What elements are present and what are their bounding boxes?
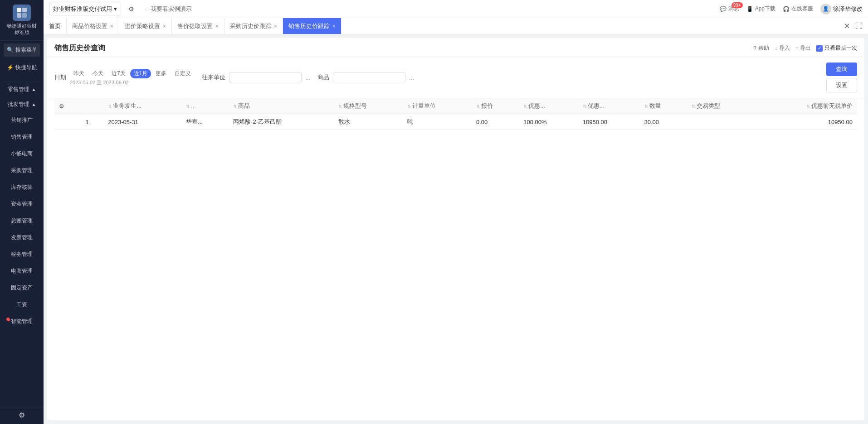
table-header: ⚙ ⇅ 业务发生... ⇅ ...: [54, 98, 857, 114]
sidebar-item-finance[interactable]: 资金管理: [0, 196, 44, 212]
sidebar-item-general-ledger[interactable]: 总账管理: [0, 212, 44, 229]
data-table: ⚙ ⇅ 业务发生... ⇅ ...: [54, 98, 857, 130]
th-discount-amount-label: 优惠...: [588, 102, 605, 110]
sidebar-gear-button[interactable]: ⚙: [0, 406, 44, 424]
import-link[interactable]: ↓ 导入: [775, 44, 790, 52]
th-col3[interactable]: ⇅ ...: [181, 98, 229, 114]
th-gear[interactable]: ⚙: [54, 98, 81, 114]
product-input[interactable]: [333, 72, 405, 83]
export-link[interactable]: ↑ 导出: [795, 44, 811, 52]
sidebar-logo[interactable]: 畅捷通好业财 标准版: [0, 0, 44, 41]
sidebar-item-payroll[interactable]: 工资: [0, 296, 44, 313]
th-business-date-label: 业务发生...: [113, 102, 141, 110]
only-last-checkbox[interactable]: ✓ 只看最后一次: [816, 44, 857, 52]
import-icon: ↓: [775, 45, 777, 52]
message-badge: 99+: [731, 2, 743, 8]
sidebar-item-purchase[interactable]: 采购管理: [0, 162, 44, 179]
tab-home[interactable]: 首页: [44, 18, 67, 34]
date-btn-last1month[interactable]: 近1月: [130, 69, 151, 78]
topbar-gear-button[interactable]: ⚙: [125, 4, 138, 14]
td-row-checkbox[interactable]: [54, 114, 81, 130]
tab-home-label: 首页: [49, 22, 61, 30]
filter-settings-button[interactable]: 设置: [826, 78, 857, 92]
tab-expand-button[interactable]: ⛶: [853, 21, 864, 31]
sidebar-item-ecommerce[interactable]: 电商管理: [0, 263, 44, 279]
th-discount-rate[interactable]: ⇅ 优惠...: [519, 98, 578, 114]
sidebar-item-retail[interactable]: 零售管理 ▲: [0, 82, 44, 97]
tab-price-settings[interactable]: 商品价格设置 ×: [67, 18, 119, 34]
tab-purchase-strategy-close[interactable]: ×: [163, 23, 166, 29]
online-service-button[interactable]: 🎧 在线客服: [783, 5, 813, 13]
th-discount-amount[interactable]: ⇅ 优惠...: [578, 98, 640, 114]
date-btn-today[interactable]: 今天: [89, 69, 107, 78]
topbar-right: 💬 消息 99+ 📱 App下载 🎧 在线客服 👤 徐泽华修改: [720, 4, 863, 14]
main-area: 好业财标准版交付试用 ▾ ⚙ ○ 我要看实例演示 💬 消息 99+ 📱 App下…: [44, 0, 868, 424]
help-link[interactable]: ? 帮助: [753, 44, 769, 52]
th-spec[interactable]: ⇅ 规格型号: [334, 98, 403, 114]
date-filter-label: 日期: [54, 73, 66, 82]
date-btn-more[interactable]: 更多: [152, 69, 170, 78]
topbar: 好业财标准版交付试用 ▾ ⚙ ○ 我要看实例演示 💬 消息 99+ 📱 App下…: [44, 0, 868, 18]
th-transaction-type[interactable]: ⇅ 交易类型: [687, 98, 756, 114]
sidebar-item-sales[interactable]: 销售管理: [0, 129, 44, 145]
tab-price-settings-close[interactable]: ×: [110, 23, 113, 29]
sidebar-item-marketing[interactable]: 营销推广: [0, 112, 44, 129]
sidebar-item-sales-label: 销售管理: [11, 133, 33, 141]
date-btn-custom[interactable]: 自定义: [171, 69, 195, 78]
sidebar-item-fixed-assets[interactable]: 固定资产: [0, 279, 44, 296]
quick-nav-label: 快捷导航: [15, 64, 37, 72]
tab-purchase-history-close[interactable]: ×: [274, 23, 277, 29]
date-btn-yesterday[interactable]: 昨天: [70, 69, 88, 78]
date-range-display: 2023-05-02 至 2023-06-02: [70, 79, 195, 86]
th-pretax-price[interactable]: ⇅ 优惠前无税单价: [756, 98, 857, 114]
filter-area: 日期 昨天 今天 近7天 近1月 更多 自定义 2023-05-02 至 202…: [47, 57, 864, 98]
sidebar-item-wholesale[interactable]: 批发管理 ▲: [0, 97, 44, 112]
query-button[interactable]: 查询: [826, 63, 857, 76]
tab-close-window-button[interactable]: ✕: [842, 21, 852, 31]
sidebar-item-ecommerce-small[interactable]: 小畅电商: [0, 145, 44, 162]
sidebar-item-inventory[interactable]: 库存核算: [0, 179, 44, 196]
sort-icon-transaction-type: ⇅: [692, 104, 695, 109]
page-actions: ? 帮助 ↓ 导入 ↑ 导出 ✓ 只看最后一次: [753, 44, 857, 52]
tab-price-extract[interactable]: 售价提取设置 ×: [172, 18, 224, 34]
sidebar-item-smart[interactable]: 智能管理: [0, 313, 44, 330]
th-pretax-price-label: 优惠前无税单价: [811, 102, 853, 110]
sidebar-item-tax-label: 税务管理: [11, 251, 33, 258]
tab-purchase-strategy[interactable]: 进价策略设置 ×: [119, 18, 172, 34]
user-profile-button[interactable]: 👤 徐泽华修改: [820, 4, 863, 14]
td-discount-rate: 100.00%: [519, 114, 578, 130]
supplier-dots-button[interactable]: ...: [305, 74, 310, 81]
td-pretax-price: 10950.00: [756, 114, 857, 130]
product-dots-button[interactable]: ...: [409, 74, 414, 81]
th-unit[interactable]: ⇅ 计量单位: [403, 98, 472, 114]
topbar-dropdown-arrow: ▾: [114, 5, 117, 12]
topbar-version-dropdown[interactable]: 好业财标准版交付试用 ▾: [49, 3, 121, 15]
message-icon: 💬: [720, 6, 727, 12]
quick-nav-button[interactable]: ⚡ 快捷导航: [4, 60, 40, 75]
sidebar-item-inventory-label: 库存核算: [11, 183, 33, 191]
th-price[interactable]: ⇅ 报价: [472, 98, 519, 114]
th-spec-label: 规格型号: [343, 102, 367, 110]
sidebar-nav-section: ⚡ 快捷导航: [0, 59, 44, 78]
sidebar-search-section: 🔍 搜索菜单: [0, 41, 44, 59]
tab-sales-history[interactable]: 销售历史价跟踪 ×: [283, 18, 341, 34]
only-last-label: 只看最后一次: [824, 44, 857, 52]
tab-sales-history-close[interactable]: ×: [332, 23, 336, 29]
topbar-demo-button[interactable]: ○ 我要看实例演示: [145, 5, 192, 13]
supplier-input[interactable]: [229, 72, 302, 83]
search-menu-button[interactable]: 🔍 搜索菜单: [4, 43, 40, 57]
th-business-date[interactable]: ⇅ 业务发生...: [103, 98, 181, 114]
app-download-button[interactable]: 📱 App下载: [746, 5, 775, 13]
sort-icon-price: ⇅: [476, 104, 480, 109]
th-product[interactable]: ⇅ 商品: [229, 98, 334, 114]
sort-icon-business-date: ⇅: [108, 104, 112, 109]
export-label: 导出: [800, 44, 811, 52]
tab-price-extract-close[interactable]: ×: [215, 23, 219, 29]
tab-purchase-history[interactable]: 采购历史价跟踪 ×: [224, 18, 283, 34]
sidebar-item-tax[interactable]: 税务管理: [0, 246, 44, 263]
th-quantity[interactable]: ⇅ 数量: [640, 98, 687, 114]
date-btn-last7[interactable]: 近7天: [108, 69, 129, 78]
sidebar-item-general-ledger-label: 总账管理: [11, 217, 33, 225]
sidebar-item-invoice[interactable]: 发票管理: [0, 229, 44, 246]
message-button[interactable]: 💬 消息 99+: [720, 5, 739, 13]
